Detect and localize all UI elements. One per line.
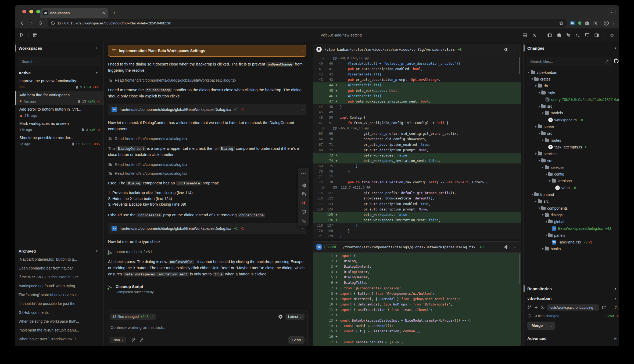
file-card-chevron-icon[interactable]: › bbox=[302, 107, 303, 112]
tree-folder-row[interactable]: ▼config bbox=[524, 171, 619, 177]
folder-chevron-icon[interactable]: ▼ bbox=[534, 152, 538, 155]
tree-file-row[interactable]: Rtask_attempts.rs+9 bbox=[524, 144, 619, 150]
stop-pause-icon[interactable] bbox=[301, 200, 307, 206]
folder-chevron-icon[interactable]: ▼ bbox=[527, 71, 531, 74]
folder-chevron-icon[interactable]: ▼ bbox=[541, 213, 545, 216]
expand-hunk-icon[interactable] bbox=[313, 126, 333, 130]
extension-blue-icon[interactable] bbox=[570, 21, 575, 26]
active-section-header[interactable]: Active ▼ bbox=[15, 68, 103, 77]
folder-chevron-icon[interactable]: ▼ bbox=[537, 159, 541, 162]
send-button[interactable]: Send bbox=[288, 336, 305, 344]
archived-workspace-item[interactable]: The 'starting' state of dev servers is..… bbox=[15, 290, 103, 299]
copy-icon[interactable] bbox=[301, 191, 307, 197]
tree-folder-row[interactable]: ▼routes bbox=[524, 137, 619, 144]
file-search[interactable] bbox=[527, 57, 611, 66]
folder-chevron-icon[interactable]: ▼ bbox=[534, 125, 538, 128]
repo-name-row[interactable]: vibe-kanban ▼ bbox=[527, 294, 618, 303]
terminal-icon[interactable] bbox=[575, 32, 581, 38]
expand-hunk-icon[interactable] bbox=[313, 186, 333, 190]
mode-dropdown[interactable]: Plan ⌄ bbox=[110, 337, 126, 343]
browser-tab[interactable]: VK vibe-kanban ✕ bbox=[40, 8, 108, 18]
reload-icon[interactable] bbox=[36, 19, 44, 27]
tree-folder-row[interactable]: ▼hooks bbox=[524, 246, 619, 252]
workspace-item[interactable]: Improve the preview functionality: ...••… bbox=[15, 77, 103, 91]
folder-chevron-icon[interactable]: ▼ bbox=[541, 112, 545, 115]
folder-chevron-icon[interactable]: ▼ bbox=[534, 85, 538, 88]
folder-chevron-icon[interactable]: ▼ bbox=[530, 78, 534, 81]
workspace-item[interactable]: Add beta flag for workspaces5m ago13+248… bbox=[15, 91, 103, 105]
tree-folder-row[interactable]: ▼server bbox=[524, 123, 619, 130]
tree-folder-row[interactable]: ▼panels bbox=[524, 232, 619, 239]
folder-chevron-icon[interactable]: ▼ bbox=[541, 247, 545, 250]
expand-hunk-icon[interactable] bbox=[313, 56, 333, 60]
more-options-icon[interactable]: ••• bbox=[301, 170, 307, 176]
new-tab-button[interactable]: + bbox=[110, 9, 118, 17]
conversation-scroll-area[interactable]: Implementation Plan: Beta Workspaces Set… bbox=[104, 42, 311, 309]
repositories-collapse-chevron-icon[interactable]: ▼ bbox=[612, 286, 618, 292]
folder-chevron-icon[interactable]: ▼ bbox=[537, 207, 541, 210]
archived-workspace-item[interactable]: GitHub comments bbox=[15, 308, 103, 317]
tab-close-icon[interactable]: ✕ bbox=[102, 10, 105, 15]
back-icon[interactable] bbox=[18, 19, 26, 27]
tree-folder-row[interactable]: ▼services bbox=[524, 164, 619, 171]
tree-folder-row[interactable]: ▼vibe-kanban bbox=[524, 69, 619, 76]
minimize-window-button[interactable] bbox=[29, 10, 33, 13]
extension-shield-icon[interactable] bbox=[578, 21, 582, 26]
tab-search-chevron-icon[interactable]: ⌄ bbox=[608, 9, 615, 15]
chat-bubble-icon[interactable] bbox=[556, 32, 562, 38]
advanced-row[interactable]: Advanced ▶ bbox=[527, 333, 618, 344]
profile-avatar-icon[interactable] bbox=[604, 20, 609, 26]
archived-collapse-chevron-icon[interactable]: ▼ bbox=[94, 248, 100, 254]
archived-workspace-item[interactable]: If the WYSIWYG is focussed in `Cre... bbox=[15, 273, 103, 282]
tree-folder-row[interactable]: ▼src bbox=[524, 157, 619, 164]
tree-folder-row[interactable]: ▼src bbox=[524, 198, 619, 205]
tree-folder-row[interactable]: ▼versions bbox=[524, 178, 619, 184]
site-info-icon[interactable] bbox=[51, 21, 55, 25]
folder-chevron-icon[interactable]: ▼ bbox=[544, 173, 548, 176]
file-search-input[interactable] bbox=[530, 59, 608, 64]
open-in-vscode-icon[interactable] bbox=[503, 46, 508, 52]
vscode-icon[interactable] bbox=[301, 182, 307, 188]
tree-folder-row[interactable]: ▼src bbox=[524, 103, 619, 110]
workspace-item[interactable]: Add scroll to bottom button in `Virt...2… bbox=[15, 105, 103, 119]
folder-chevron-icon[interactable]: ▼ bbox=[537, 105, 541, 108]
tree-folder-row[interactable]: ▼db bbox=[524, 83, 619, 89]
collapse-all-icon[interactable] bbox=[531, 32, 537, 38]
tree-file-row[interactable]: TSBetaWorkspacesDialog.tsx+63 bbox=[524, 225, 619, 232]
url-bar[interactable]: 127.0.0.1:57095/workspaces/c63c9fd6-dfb8… bbox=[48, 19, 567, 27]
tree-file-row[interactable]: query-70b21c5c0a2ba5c21c9c1132f14a68 bbox=[524, 96, 619, 103]
tree-folder-row[interactable]: ▼crates bbox=[524, 76, 619, 82]
tool-read-row[interactable]: Read frontend/src/components/dialogs/glo… bbox=[108, 78, 306, 82]
open-pr-external-icon[interactable] bbox=[602, 305, 606, 310]
file-card-chevron-icon[interactable]: › bbox=[302, 226, 303, 231]
settings-gear-icon[interactable]: ⚙ bbox=[609, 32, 615, 38]
diff-header-ts[interactable]: TS Added …/frontend/src/components/dialo… bbox=[313, 242, 521, 253]
archived-workspace-item[interactable]: When hover over `Dropdown.tsx` i... bbox=[15, 335, 103, 344]
preview-monitor-icon[interactable] bbox=[301, 209, 307, 215]
collapse-tree-icon[interactable] bbox=[605, 60, 609, 63]
folder-chevron-icon[interactable]: ▼ bbox=[548, 180, 552, 183]
archived-workspace-item[interactable]: Open command bar from navbar bbox=[15, 264, 103, 273]
folder-chevron-icon[interactable]: ▼ bbox=[544, 220, 548, 223]
latest-dropdown[interactable]: Latest ⌄ bbox=[285, 314, 305, 320]
forward-icon[interactable] bbox=[27, 19, 35, 27]
tree-folder-row[interactable]: ▼services bbox=[524, 151, 619, 157]
file-edit-card[interactable]: TSfrontend/src/components/dialogs/global… bbox=[108, 223, 306, 234]
tool-read-row[interactable]: Read frontend/src/components/ui/dialog.t… bbox=[108, 171, 306, 176]
github-icon[interactable] bbox=[614, 58, 619, 64]
tool-read-row[interactable]: Read frontend/src/components/ui/dialog.t… bbox=[108, 162, 306, 167]
changes-collapse-chevron-icon[interactable]: ▼ bbox=[612, 45, 618, 51]
monitor-icon[interactable] bbox=[584, 32, 590, 38]
diff-scrollbar[interactable] bbox=[519, 254, 520, 284]
exit-workspace-icon[interactable] bbox=[19, 32, 25, 38]
task-input[interactable]: Continue working on this task... bbox=[107, 322, 307, 336]
archived-workspace-item[interactable]: Implement the re-run setup/cleanu... bbox=[15, 326, 103, 335]
archived-workspace-item[interactable]: It shouldn't be possible for just the ..… bbox=[15, 299, 103, 308]
tool-terminal-row[interactable]: pnpm run check 2>&1 bbox=[108, 249, 306, 254]
diff-body-ts[interactable]: 1+import {2+ Dialog,3+ DialogContent,4+ … bbox=[313, 253, 521, 346]
tree-folder-row[interactable]: ▼frontend bbox=[524, 191, 619, 198]
collapse-diff-chevron-icon[interactable]: ⌄ bbox=[512, 244, 518, 250]
tool-read-row[interactable]: Read frontend/src/components/ui/dialog.t… bbox=[108, 137, 306, 141]
tree-file-row[interactable]: TSTaskPanel.tsx+8-2 bbox=[524, 239, 619, 245]
extensions-puzzle-icon[interactable] bbox=[592, 21, 597, 26]
